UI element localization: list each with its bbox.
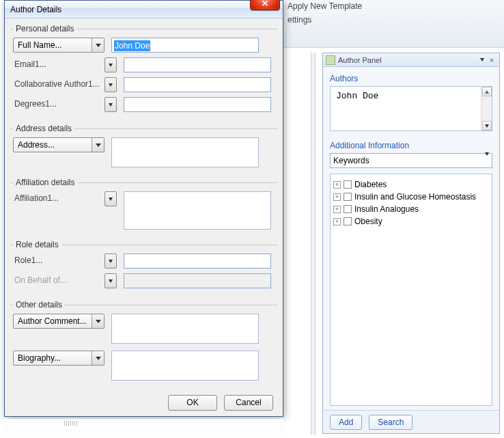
close-icon: × <box>490 56 494 64</box>
dialog-body: Personal details Full Name... John Doe E… <box>9 21 279 389</box>
tree-expand-icon[interactable]: + <box>333 193 341 201</box>
tree-node: + Insulin Analogues <box>333 203 489 215</box>
author-comment-combo-label: Author Comment... <box>14 316 92 326</box>
author-details-dialog: Author Details ✕ Personal details Full N… <box>4 0 283 417</box>
chevron-down-icon <box>92 38 104 52</box>
scrollbar[interactable] <box>481 87 492 131</box>
address-combo[interactable]: Address... <box>13 137 104 152</box>
chevron-down-icon <box>480 58 484 61</box>
role-dropdown[interactable] <box>104 254 117 269</box>
close-icon: ✕ <box>262 0 268 8</box>
degrees-dropdown[interactable] <box>104 97 117 112</box>
biography-textarea[interactable] <box>111 351 259 381</box>
author-comment-textarea[interactable] <box>111 314 259 344</box>
tree-checkbox[interactable] <box>344 193 352 201</box>
biography-combo-label: Biography... <box>14 353 92 363</box>
dialog-titlebar[interactable]: Author Details ✕ <box>5 1 283 18</box>
scroll-down-button[interactable] <box>482 121 492 131</box>
panel-footer: Add Search <box>323 410 499 433</box>
cancel-button[interactable]: Cancel <box>224 395 273 411</box>
chevron-down-icon <box>485 124 489 128</box>
affiliation-label: Affiliation1... <box>13 191 104 203</box>
splitter-grip-icon <box>64 421 78 426</box>
tree-label[interactable]: Obesity <box>354 217 382 226</box>
scroll-up-button[interactable] <box>482 87 492 96</box>
section-role-legend: Role details <box>13 240 61 249</box>
degrees-label: Degrees1... <box>13 97 104 109</box>
tree-label[interactable]: Insulin and Glucose Homeostasis <box>354 192 476 202</box>
section-address: Address details Address... <box>10 124 277 172</box>
collab-author-dropdown[interactable] <box>104 77 117 92</box>
author-comment-combo[interactable]: Author Comment... <box>13 314 104 329</box>
chevron-down-icon <box>92 138 104 152</box>
collab-author-label: Collaborative Author1... <box>13 77 104 89</box>
section-affiliation: Affiliation details Affiliation1... <box>10 178 277 234</box>
affiliation-dropdown[interactable] <box>104 191 117 206</box>
tree-expand-icon[interactable]: + <box>333 206 341 213</box>
chevron-down-icon <box>92 351 104 365</box>
tree-expand-icon[interactable]: + <box>333 218 341 225</box>
dialog-button-bar: OK Cancel <box>5 389 283 416</box>
section-role: Role details Role1... On Behalf of... <box>10 240 277 295</box>
authors-listbox[interactable]: John Doe <box>330 86 492 131</box>
chevron-down-icon <box>485 156 489 165</box>
ok-button[interactable]: OK <box>168 395 217 411</box>
tree-checkbox[interactable] <box>344 180 352 189</box>
address-textarea[interactable] <box>111 137 259 167</box>
vertical-splitter[interactable] <box>311 53 316 435</box>
panel-close-button[interactable]: × <box>487 55 496 65</box>
tree-node: + Obesity <box>333 215 489 228</box>
ribbon-settings-partial[interactable]: ettings <box>288 15 311 25</box>
left-pane-under-dialog <box>283 53 311 435</box>
ribbon-background: Apply New Template ettings <box>283 0 504 48</box>
panel-header[interactable]: Author Panel × <box>323 53 499 67</box>
tree-expand-icon[interactable]: + <box>333 181 341 189</box>
email-label: Email1... <box>13 57 104 69</box>
full-name-combo[interactable]: Full Name... <box>13 38 104 53</box>
full-name-combo-label: Full Name... <box>14 40 92 50</box>
authors-item[interactable]: John Doe <box>336 91 378 101</box>
ribbon-apply-template[interactable]: Apply New Template <box>288 1 362 11</box>
additional-info-header: Additional Information <box>330 141 492 150</box>
tree-node: + Diabetes <box>333 178 489 191</box>
address-combo-label: Address... <box>14 140 92 150</box>
keywords-tree[interactable]: + Diabetes + Insulin and Glucose Homeost… <box>330 174 492 406</box>
section-other-legend: Other details <box>13 300 65 310</box>
keywords-select[interactable]: Keywords <box>330 153 492 168</box>
panel-menu-button[interactable] <box>477 55 487 65</box>
affiliation-textarea[interactable] <box>124 191 271 230</box>
role-label: Role1... <box>13 254 104 265</box>
tree-node: + Insulin and Glucose Homeostasis <box>333 191 489 203</box>
add-button[interactable]: Add <box>330 415 362 430</box>
panel-body: Authors John Doe Additional Information … <box>323 67 499 410</box>
section-affiliation-legend: Affiliation details <box>13 178 78 187</box>
horizontal-splitter[interactable] <box>4 419 283 434</box>
full-name-input[interactable]: John Doe <box>111 38 259 53</box>
tree-label[interactable]: Diabetes <box>354 180 387 189</box>
biography-combo[interactable]: Biography... <box>13 351 104 366</box>
email-input[interactable] <box>124 57 271 72</box>
chevron-up-icon <box>485 90 489 94</box>
close-button[interactable]: ✕ <box>250 0 280 10</box>
chevron-down-icon <box>109 103 113 107</box>
author-panel: Author Panel × Authors John Doe Addition… <box>322 53 500 434</box>
degrees-input[interactable] <box>124 97 271 112</box>
role-input[interactable] <box>124 254 271 269</box>
chevron-down-icon <box>109 83 113 87</box>
tree-checkbox[interactable] <box>344 217 352 225</box>
full-name-value: John Doe <box>114 40 150 51</box>
tree-label[interactable]: Insulin Analogues <box>354 204 419 214</box>
section-personal-legend: Personal details <box>13 24 76 33</box>
collab-author-input[interactable] <box>124 77 271 92</box>
on-behalf-input <box>124 273 271 288</box>
on-behalf-dropdown[interactable] <box>104 273 117 288</box>
tree-checkbox[interactable] <box>344 205 352 213</box>
panel-icon <box>326 55 335 65</box>
section-address-legend: Address details <box>13 124 74 133</box>
chevron-down-icon <box>92 314 104 328</box>
chevron-down-icon <box>109 260 113 263</box>
section-personal: Personal details Full Name... John Doe E… <box>10 24 277 118</box>
email-dropdown[interactable] <box>104 57 117 72</box>
dialog-title: Author Details <box>10 5 61 14</box>
search-button[interactable]: Search <box>369 415 412 430</box>
